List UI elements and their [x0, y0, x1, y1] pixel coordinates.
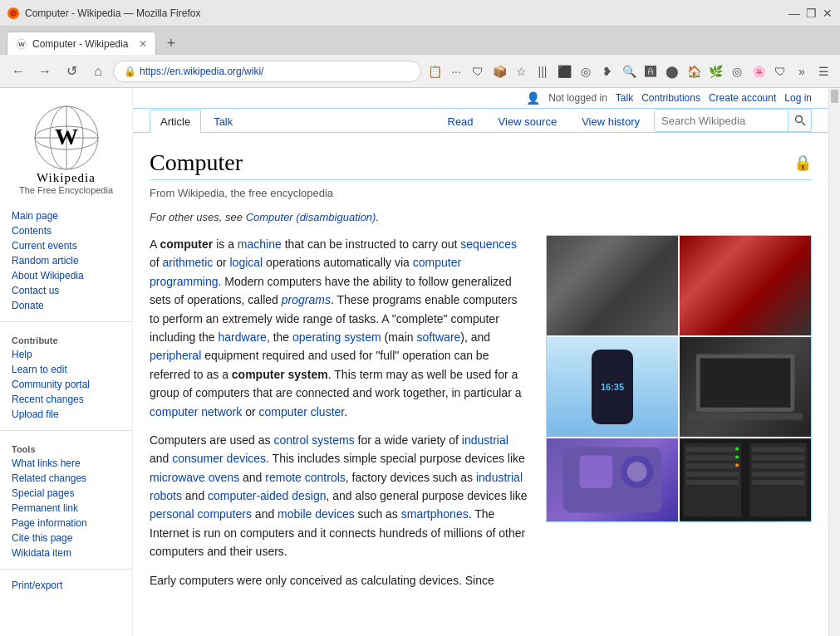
svg-rect-23	[686, 448, 739, 453]
maximize-button[interactable]: ❒	[805, 7, 817, 19]
link-software[interactable]: software	[416, 330, 460, 344]
toolbar-icons: 📋 ··· 🛡 📦 ☆ ||| ⬛ ◎ ❥ 🔍 🅰 ⬤ 🏠 🌿 ◎ 🌸 🛡 » …	[425, 61, 833, 81]
link-machine[interactable]: machine	[238, 237, 282, 251]
home-toolbar-icon[interactable]: 🏠	[684, 61, 704, 81]
tab-talk[interactable]: Talk	[203, 110, 243, 133]
article-disambig: For other uses, see Computer (disambigua…	[150, 211, 812, 223]
link-personal-computers[interactable]: personal computers	[150, 507, 252, 521]
sidebar-item-cite-this-page[interactable]: Cite this page	[0, 531, 132, 545]
link-arithmetic[interactable]: arithmetic	[163, 256, 214, 269]
sidebar-item-community-portal[interactable]: Community portal	[0, 377, 132, 392]
link-industrial[interactable]: industrial	[462, 433, 508, 447]
link-programs[interactable]: programs	[282, 293, 331, 306]
privacy-icon[interactable]: 🛡	[770, 61, 790, 81]
browser-tab[interactable]: W Computer - Wikipedia ✕	[7, 32, 156, 55]
shield-icon[interactable]: 🛡	[468, 61, 488, 81]
font-icon[interactable]: 🅰	[641, 61, 661, 81]
download-icon[interactable]: 📦	[489, 61, 509, 81]
sidebar-item-learn-to-edit[interactable]: Learn to edit	[0, 362, 132, 377]
minimize-button[interactable]: —	[788, 7, 800, 19]
sidebar-item-page-information[interactable]: Page information	[0, 516, 132, 531]
bookmark-icon[interactable]: ☆	[511, 61, 531, 81]
more-icon[interactable]: ···	[446, 61, 466, 81]
tab-article[interactable]: Article	[150, 110, 201, 133]
reader-mode-icon[interactable]: 📋	[425, 61, 445, 81]
link-logical[interactable]: logical	[230, 256, 263, 269]
link-smartphones[interactable]: smartphones	[401, 507, 469, 521]
adblocker-icon[interactable]: ⬤	[662, 61, 682, 81]
link-hardware[interactable]: hardware	[219, 330, 267, 344]
sidebar-item-related-changes[interactable]: Related changes	[0, 471, 132, 486]
link-control-systems[interactable]: control systems	[273, 433, 354, 447]
sidebar-item-contact-us[interactable]: Contact us	[0, 283, 132, 298]
sidebar-item-help[interactable]: Help	[0, 347, 132, 362]
sidebar-item-main-page[interactable]: Main page	[0, 208, 132, 223]
svg-point-35	[735, 463, 739, 467]
tree-icon[interactable]: 🌿	[705, 61, 725, 81]
create-account-link[interactable]: Create account	[709, 92, 776, 104]
tab-right-group: Read View source View history	[437, 109, 813, 132]
flower-icon[interactable]: 🌸	[749, 61, 769, 81]
link-mobile-devices[interactable]: mobile devices	[278, 507, 355, 521]
sidebar-item-special-pages[interactable]: Special pages	[0, 486, 132, 501]
scrollbar[interactable]	[828, 88, 840, 636]
link-peripheral[interactable]: peripheral	[150, 349, 201, 362]
back-button[interactable]: ←	[7, 60, 30, 83]
talk-link[interactable]: Talk	[616, 92, 633, 104]
pocket-icon[interactable]: ◎	[576, 61, 596, 81]
disambig-link[interactable]: Computer (disambiguation)	[246, 211, 376, 223]
article-body: Computer 🔒 From Wikipedia, the free ency…	[133, 133, 828, 616]
sync-icon[interactable]: ⬛	[554, 61, 574, 81]
link-computer-aided-design[interactable]: computer-aided design	[208, 489, 326, 502]
url-text: https://en.wikipedia.org/wiki/	[140, 66, 410, 77]
sidebar-item-donate[interactable]: Donate	[0, 298, 132, 313]
home-button[interactable]: ⌂	[86, 60, 110, 83]
svg-rect-15	[688, 413, 803, 420]
scroll-thumb[interactable]	[829, 88, 840, 105]
reload-button[interactable]: ↺	[60, 60, 83, 83]
close-button[interactable]: ✕	[822, 7, 833, 19]
tab-read[interactable]: Read	[437, 110, 484, 133]
url-bar[interactable]: 🔒 https://en.wikipedia.org/wiki/	[113, 61, 421, 82]
svg-line-12	[802, 122, 805, 125]
search-button[interactable]	[788, 109, 811, 132]
link-sequences[interactable]: sequences	[460, 237, 517, 251]
wiki-top-bar: 👤 Not logged in Talk Contributions Creat…	[133, 88, 828, 109]
social-icon[interactable]: ❥	[597, 61, 617, 81]
overflow-icon[interactable]: »	[792, 61, 812, 81]
infobox-image-3: 16:35	[547, 337, 678, 437]
link-consumer-devices[interactable]: consumer devices	[172, 452, 266, 465]
sidebar-item-wikidata-item[interactable]: Wikidata item	[0, 545, 132, 560]
svg-rect-14	[700, 358, 791, 407]
tab-close-button[interactable]: ✕	[139, 38, 147, 50]
link-computer-network[interactable]: computer network	[150, 405, 242, 418]
extra-icon[interactable]: ◎	[727, 61, 747, 81]
sidebar-item-random-article[interactable]: Random article	[0, 253, 132, 268]
link-microwave-ovens[interactable]: microwave ovens	[150, 471, 239, 484]
containers-icon[interactable]: |||	[533, 61, 553, 81]
sidebar-item-upload-file[interactable]: Upload file	[0, 407, 132, 422]
wiki-globe-image: W	[33, 105, 100, 171]
sidebar-item-permanent-link[interactable]: Permanent link	[0, 501, 132, 516]
window-controls[interactable]: — ❒ ✕	[788, 7, 833, 19]
search-toolbar-icon[interactable]: 🔍	[619, 61, 639, 81]
sidebar-item-print-export[interactable]: Print/export	[0, 578, 132, 593]
link-computer-cluster[interactable]: computer cluster	[259, 405, 345, 418]
contributions-link[interactable]: Contributions	[641, 92, 700, 104]
sidebar-item-contents[interactable]: Contents	[0, 223, 132, 238]
menu-icon[interactable]: ☰	[813, 61, 833, 81]
tab-view-source[interactable]: View source	[488, 110, 568, 133]
new-tab-button[interactable]: +	[160, 32, 183, 55]
sidebar-item-recent-changes[interactable]: Recent changes	[0, 392, 132, 407]
log-in-link[interactable]: Log in	[784, 92, 812, 104]
sidebar-item-current-events[interactable]: Current events	[0, 238, 132, 253]
link-operating-system[interactable]: operating system	[292, 330, 381, 344]
sidebar-item-what-links-here[interactable]: What links here	[0, 456, 132, 471]
search-box[interactable]	[654, 109, 812, 132]
tab-view-history[interactable]: View history	[571, 110, 651, 133]
link-remote-controls[interactable]: remote controls	[265, 471, 345, 484]
sidebar-item-about-wikipedia[interactable]: About Wikipedia	[0, 268, 132, 283]
forward-button[interactable]: →	[33, 60, 56, 83]
svg-text:W: W	[55, 124, 78, 149]
search-input[interactable]	[655, 115, 788, 127]
